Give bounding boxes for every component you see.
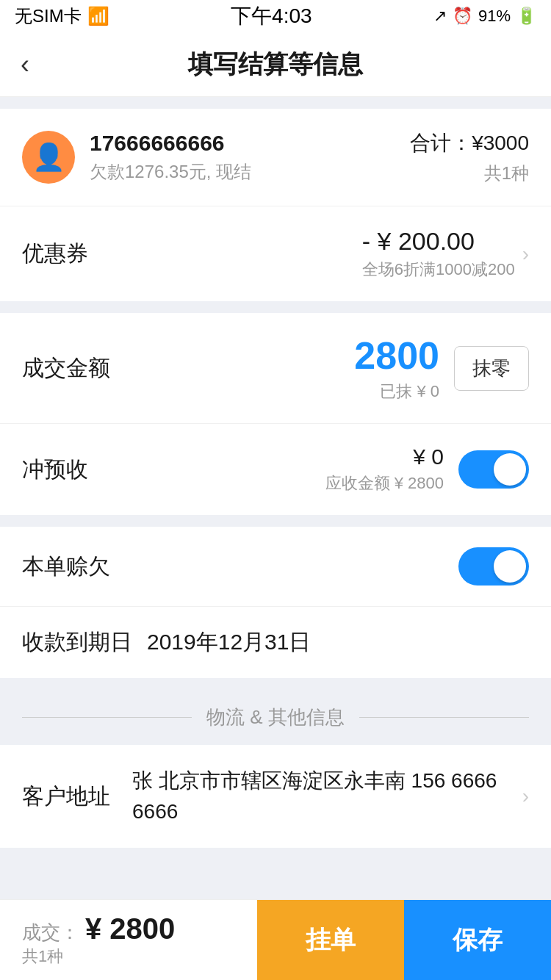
divider-text: 物流 & 其他信息 <box>206 705 345 730</box>
deal-amount-label: 成交金额 <box>22 353 110 383</box>
address-label: 客户地址 <box>22 782 110 812</box>
bottom-deal-label: 成交： <box>22 920 79 945</box>
header: ‹ 填写结算等信息 <box>0 32 551 97</box>
due-date-value: 2019年12月31日 <box>147 627 311 657</box>
carrier-text: 无SIM卡 <box>15 4 82 28</box>
coupon-description: 全场6折满1000减200 <box>362 259 515 281</box>
deal-sub-text: 已抹 ¥ 0 <box>354 381 439 403</box>
bottom-deal-amount: ¥ 2800 <box>85 912 175 945</box>
wifi-icon: 📶 <box>87 6 109 26</box>
bottom-bar: 成交： ¥ 2800 共1种 挂单 保存 <box>0 899 551 980</box>
status-bar: 无SIM卡 📶 下午4:03 ↗ ⏰ 91% 🔋 <box>0 0 551 32</box>
address-value: 张 北京市市辖区海淀区永丰南 156 6666 6666 <box>132 765 522 827</box>
prepay-row: 冲预收 ¥ 0 应收金额 ¥ 2800 <box>0 423 551 515</box>
section-divider: 物流 & 其他信息 <box>0 690 551 745</box>
deal-section: 成交金额 2800 已抹 ¥ 0 抹零 冲预收 ¥ 0 应收金额 ¥ 2800 <box>0 313 551 515</box>
battery-text: 91% <box>478 7 511 26</box>
divider-line-left <box>22 717 192 718</box>
back-button[interactable]: ‹ <box>21 49 29 80</box>
avatar: 👤 <box>22 131 75 184</box>
chevron-right-icon: › <box>522 242 529 266</box>
date-row: 收款到期日 2019年12月31日 <box>0 606 551 678</box>
prepay-right: ¥ 0 应收金额 ¥ 2800 <box>325 444 529 494</box>
deal-amount-value: 2800 <box>354 334 439 378</box>
customer-subtitle: 欠款1276.35元, 现结 <box>90 160 251 184</box>
round-button[interactable]: 抹零 <box>454 346 529 391</box>
customer-row: 👤 17666666666 欠款1276.35元, 现结 合计：¥3000 共1… <box>0 109 551 206</box>
status-carrier-wifi: 无SIM卡 📶 <box>15 4 109 28</box>
alarm-icon: ⏰ <box>453 7 472 26</box>
coupon-discount: - ¥ 200.00 <box>362 227 515 256</box>
prepay-amount-block: ¥ 0 应收金额 ¥ 2800 <box>325 444 444 494</box>
save-button[interactable]: 保存 <box>404 900 551 980</box>
address-row[interactable]: 客户地址 张 北京市市辖区海淀区永丰南 156 6666 6666 › <box>0 745 551 848</box>
customer-left: 👤 17666666666 欠款1276.35元, 现结 <box>22 131 251 184</box>
coupon-right: - ¥ 200.00 全场6折满1000减200 › <box>362 227 529 281</box>
prepay-amount: ¥ 0 <box>325 444 444 469</box>
prepay-sub-text: 应收金额 ¥ 2800 <box>325 472 444 494</box>
coupon-row[interactable]: 优惠券 - ¥ 200.00 全场6折满1000减200 › <box>0 206 551 301</box>
page-title: 填写结算等信息 <box>188 48 363 82</box>
prepay-toggle[interactable] <box>458 450 529 489</box>
deal-right: 2800 已抹 ¥ 0 抹零 <box>354 334 529 403</box>
customer-card: 👤 17666666666 欠款1276.35元, 现结 合计：¥3000 共1… <box>0 109 551 301</box>
due-date-label: 收款到期日 <box>22 627 132 657</box>
total-amount: 合计：¥3000 <box>410 129 529 157</box>
customer-phone: 17666666666 <box>90 131 251 156</box>
location-icon: ↗ <box>433 7 447 26</box>
total-count: 共1种 <box>410 162 529 185</box>
deal-amount-row: 成交金额 2800 已抹 ¥ 0 抹零 <box>0 313 551 423</box>
divider-line-right <box>359 717 529 718</box>
status-indicators: ↗ ⏰ 91% 🔋 <box>433 7 536 26</box>
address-chevron-icon: › <box>522 785 529 808</box>
customer-right: 合计：¥3000 共1种 <box>410 129 529 185</box>
debt-row: 本单赊欠 <box>0 527 551 606</box>
prepay-label: 冲预收 <box>22 455 88 485</box>
battery-icon: 🔋 <box>516 7 536 26</box>
coupon-label: 优惠券 <box>22 239 88 269</box>
bottom-summary: 成交： ¥ 2800 共1种 <box>0 900 257 980</box>
debt-card: 本单赊欠 收款到期日 2019年12月31日 <box>0 527 551 678</box>
status-time: 下午4:03 <box>231 2 312 30</box>
debt-label: 本单赊欠 <box>22 552 110 582</box>
bottom-count: 共1种 <box>22 945 235 968</box>
debt-toggle[interactable] <box>458 547 529 586</box>
pending-button[interactable]: 挂单 <box>257 900 404 980</box>
